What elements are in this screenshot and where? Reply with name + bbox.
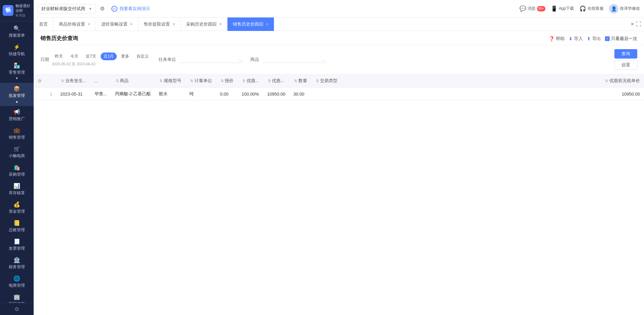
online-service-button[interactable]: 🎧 在线客服: [579, 5, 604, 12]
row-price-cell: 0.00: [216, 88, 238, 101]
nav-label-retail: 零售管理: [9, 70, 25, 75]
table-gear-icon[interactable]: ⚙: [38, 78, 42, 83]
sidebar-item-quicknav[interactable]: ⚡快捷导航: [0, 41, 34, 60]
row-product-cell: 丙烯酸-2-乙基己酯: [111, 88, 155, 101]
app-label: App下载: [559, 6, 574, 11]
tab-close-sales-history[interactable]: ×: [266, 22, 269, 27]
date-btn-today[interactable]: 今天: [67, 53, 81, 60]
col-num: [46, 74, 56, 88]
sidebar-item-ledger[interactable]: 📒总账管理: [0, 217, 34, 236]
sidebar-item-search[interactable]: 🔍搜索菜单: [0, 23, 34, 41]
date-btn-last7[interactable]: 近7天: [83, 53, 99, 60]
last-only-checkbox-item[interactable]: ✓ 只看最后一次: [605, 36, 637, 42]
settings-button[interactable]: 设置: [614, 60, 637, 70]
tab-close-product-price[interactable]: ×: [88, 22, 90, 27]
col-price[interactable]: ⇅ 报价: [216, 74, 238, 88]
help-button[interactable]: ❓ 帮助: [549, 36, 565, 42]
sidebar-item-tax[interactable]: 🏦税务管理: [0, 254, 34, 273]
product-input[interactable]: [263, 57, 320, 62]
sidebar-item-invoice[interactable]: 🧾发票管理: [0, 236, 34, 254]
last-only-checkbox[interactable]: ✓: [605, 36, 610, 41]
tab-purchase-history[interactable]: 采购历史价跟踪×: [181, 18, 227, 31]
sidebar-item-purchase[interactable]: 🛍️采购管理: [0, 162, 34, 180]
filter-actions: 查询 设置: [614, 49, 637, 70]
col-discount1[interactable]: ⇅ 优惠...: [238, 74, 263, 88]
nav-label-assets: 固定资产: [9, 301, 25, 303]
sidebar-item-assets[interactable]: 🏢固定资产: [0, 291, 34, 303]
nav-label-finance: 资金管理: [9, 209, 25, 214]
logo-text: 畅捷通好业财 标准版: [15, 3, 31, 18]
date-filter-label: 日期: [40, 57, 49, 63]
sidebar-item-ecommsmall[interactable]: 🛒小畅电商: [0, 143, 34, 162]
date-btn-custom[interactable]: 自定义: [134, 53, 152, 60]
table-row[interactable]: 1 2023-05-31 华查... 丙烯酸-2-乙基己酯 散水 吨 0.00 …: [34, 88, 644, 101]
tab-close-purchase-history[interactable]: ×: [219, 22, 222, 27]
date-btn-yesterday[interactable]: 昨天: [52, 53, 66, 60]
col-pretax-price-sort-icon: ⇅: [605, 79, 608, 83]
service-icon: 🎧: [579, 5, 586, 12]
date-btn-last1m[interactable]: 近1月: [101, 53, 117, 60]
import-button[interactable]: ⬇ 导入: [569, 36, 583, 42]
version-select[interactable]: 好业财标准版交付试用 ▼: [38, 4, 96, 13]
nav-icon-wholesale: 📦: [13, 85, 20, 92]
topbar-demo[interactable]: ◎ 我要看实例演示: [111, 6, 150, 12]
data-table: ⚙⇅ 业务发生......⇅ 商品⇅ 规格型号⇅ 计量单位⇅ 报价⇅ 优惠...…: [34, 74, 644, 101]
col-qty[interactable]: ⇅ 数量: [289, 74, 311, 88]
col-trade-type[interactable]: ⇅ 交易类型: [311, 74, 342, 88]
row-company-cell: 华查...: [91, 88, 111, 101]
col-discount2[interactable]: ⇅ 优惠...: [263, 74, 289, 88]
nav-icon-purchase: 🛍️: [13, 164, 20, 171]
sidebar-item-wholesale[interactable]: 📦批发管理▲: [0, 83, 34, 106]
date-btn-more[interactable]: 更多: [118, 53, 132, 60]
col-unit[interactable]: ⇅ 计量单位: [185, 74, 216, 88]
sidebar-settings-button[interactable]: ⚙: [14, 306, 19, 312]
tab-product-price[interactable]: 商品价格设置×: [53, 18, 96, 31]
date-buttons: 昨天今天近7天近1月更多自定义: [52, 53, 152, 60]
topbar-settings-icon[interactable]: ⚙: [100, 5, 105, 12]
nav-icon-finance: 💰: [13, 201, 20, 208]
product-more-button[interactable]: ...: [322, 57, 325, 62]
tab-label-purchase-history: 采购历史价跟踪: [186, 21, 217, 27]
tabbar-right: × ⛶: [631, 21, 644, 27]
row-num-cell: 1: [46, 88, 56, 101]
source-more-button[interactable]: ...: [239, 57, 242, 62]
sidebar-item-finance[interactable]: 💰资金管理: [0, 199, 34, 217]
col-biz-date[interactable]: ⇅ 业务发生...: [56, 74, 90, 88]
tab-sale-extract[interactable]: 售价提取设置×: [138, 18, 181, 31]
row-pretax-price-cell: 10950.00: [600, 88, 644, 101]
tab-close-purchase-strategy[interactable]: ×: [130, 22, 133, 27]
source-input[interactable]: [180, 57, 237, 62]
page-header-actions: ❓ 帮助 ⬇ 导入 ⬆ 导出 ✓ 只看最后一次: [549, 36, 637, 42]
source-filter-group: 往来单位 ...: [158, 56, 244, 63]
export-label: 导出: [592, 36, 601, 42]
app-download-button[interactable]: 📱 App下载: [551, 5, 574, 12]
sidebar-item-ecomm[interactable]: 🌐电商管理: [0, 273, 34, 291]
query-button[interactable]: 查询: [614, 49, 637, 59]
col-product[interactable]: ⇅ 商品: [111, 74, 155, 88]
tab-purchase-strategy[interactable]: 进价策略设置×: [96, 18, 138, 31]
user-menu[interactable]: 👤 徐泽华修改: [609, 4, 640, 13]
source-filter-label: 往来单位: [158, 57, 176, 63]
tabbar-close-icon[interactable]: ×: [631, 21, 634, 27]
service-label: 在线客服: [587, 6, 604, 11]
col-spec[interactable]: ⇅ 规格型号: [155, 74, 185, 88]
help-icon: ❓: [549, 36, 554, 41]
sidebar-item-retail[interactable]: 🏪零售管理▼: [0, 60, 34, 83]
sidebar-nav: 🔍搜索菜单⚡快捷导航🏪零售管理▼📦批发管理▲📢营销推广💼销售管理🛒小畅电商🛍️采…: [0, 21, 34, 303]
sidebar-item-sales[interactable]: 💼销售管理: [0, 125, 34, 143]
sidebar-item-marketing[interactable]: 📢营销推广: [0, 106, 34, 125]
tab-home[interactable]: 首页: [34, 18, 53, 31]
sidebar-logo: 畅 畅捷通好业财 标准版: [0, 0, 34, 21]
col-gear: ⚙: [34, 74, 46, 88]
nav-label-marketing: 营销推广: [9, 116, 25, 122]
message-badge: 99+: [537, 6, 545, 11]
col-pretax-price[interactable]: ⇅ 优惠前无税单价: [600, 74, 644, 88]
tabbar-expand-icon[interactable]: ⛶: [636, 21, 641, 27]
sidebar-item-inventory[interactable]: 📊库存核算: [0, 180, 34, 199]
export-button[interactable]: ⬆ 导出: [587, 36, 601, 42]
tab-label-purchase-strategy: 进价策略设置: [101, 21, 128, 27]
col-product-sort-icon: ⇅: [116, 79, 119, 83]
tab-close-sale-extract[interactable]: ×: [173, 22, 175, 27]
tab-sales-history[interactable]: 销售历史价跟踪×: [227, 18, 274, 31]
message-button[interactable]: 💬 消息 99+: [520, 5, 545, 12]
